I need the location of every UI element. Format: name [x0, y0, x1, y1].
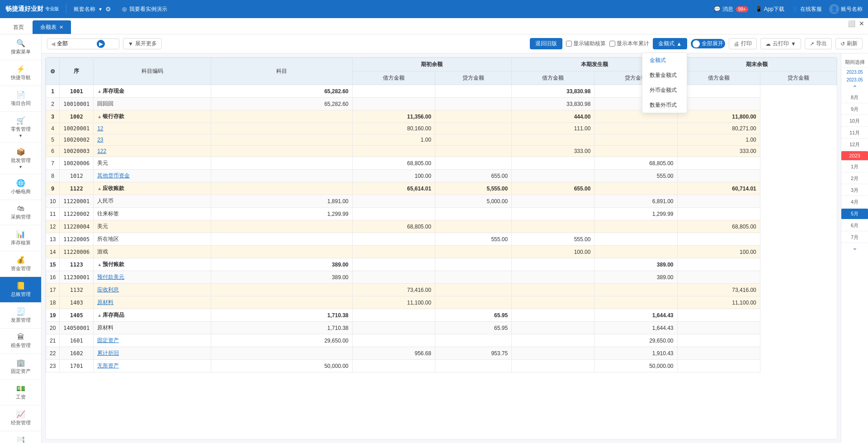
search-input[interactable] [57, 41, 93, 47]
sidebar-item-search[interactable]: 🔍 搜索菜单 [0, 34, 41, 60]
show-annual-label[interactable]: 显示本年累计 [609, 40, 649, 48]
table-row: 1311220005所在地区555.00555.00 [46, 233, 837, 246]
sidebar-item-assets-label: 固定资产 [2, 368, 39, 375]
sidebar-item-purchase[interactable]: 🛍 采购管理 [0, 200, 41, 225]
sidebar-item-wholesale-label: 批发管理 [2, 157, 39, 164]
sidebar-item-invoice[interactable]: 🧾 发票管理 [0, 303, 41, 329]
th-cb-debit: 借方金额 [677, 71, 760, 85]
expand-all-toggle[interactable]: 全部展开 [691, 39, 725, 48]
retail-arrow: ▼ [19, 133, 23, 138]
mode-option-qty-amount[interactable]: 数量金额式 [642, 68, 687, 83]
show-annual-checkbox[interactable] [609, 41, 615, 47]
return-old-btn[interactable]: 退回旧版 [530, 38, 562, 49]
sidebar-item-quicknav[interactable]: ⚡ 快捷导航 [0, 60, 41, 86]
mode-option-foreign-amount[interactable]: 外币金额式 [642, 83, 687, 98]
month-3[interactable]: 3月 [841, 185, 868, 196]
expand-row-icon[interactable]: ▲ [97, 313, 102, 318]
show-auxiliary-label[interactable]: 显示辅助核算 [566, 40, 606, 48]
period-title: 期间选择 [841, 57, 868, 68]
export-label: 导出 [816, 40, 827, 48]
mode-option-amount[interactable]: 金额式 [642, 53, 687, 68]
th-settings[interactable]: ⚙ [46, 58, 60, 85]
tab-close-all-icon[interactable]: ✕ [859, 20, 864, 27]
expand-label: 展开更多 [135, 40, 157, 48]
sidebar-item-ecommerce[interactable]: 🌐 小畅电商 [0, 174, 41, 200]
th-opening-balance: 期初余额 [352, 58, 511, 71]
sidebar-item-inventory[interactable]: 📊 库存核算 [0, 225, 41, 251]
sidebar-item-quicknav-label: 快捷导航 [2, 74, 39, 81]
dropdown-arrow[interactable]: ▼ [98, 7, 103, 12]
sidebar-item-ecommerce-label: 小畅电商 [2, 188, 39, 195]
settings-icon[interactable]: ⚙ [105, 5, 111, 13]
month-11[interactable]: 11月 [841, 128, 868, 138]
company-selector[interactable]: 账套名称 ▼ ⚙ [74, 5, 111, 13]
sidebar-item-contract[interactable]: 📄 项目合同 [0, 86, 41, 112]
month-6[interactable]: 6月 [841, 220, 868, 231]
expand-row-icon[interactable]: ▲ [97, 89, 102, 94]
month-5[interactable]: 5月 [841, 209, 868, 219]
th-cb-credit: 贷方金额 [760, 71, 836, 85]
month-2[interactable]: 2月 [841, 173, 868, 184]
month-1[interactable]: 1月 [841, 162, 868, 172]
expand-row-icon[interactable]: ▲ [97, 186, 102, 191]
month-12[interactable]: 12月 [841, 139, 868, 150]
sidebar-item-retail[interactable]: 🛒 零售管理 ▼ [0, 112, 41, 143]
expand-row-icon[interactable]: ▲ [97, 114, 102, 119]
sidebar-item-invoice-label: 发票管理 [2, 317, 39, 324]
tab-close-icon[interactable]: ✕ [59, 24, 63, 30]
sidebar-item-inventory-label: 库存核算 [2, 239, 39, 246]
period-down-chevron[interactable]: ⌄ [852, 244, 858, 251]
refresh-btn[interactable]: ↺ 刷新 [835, 38, 863, 49]
main-layout: 🔍 搜索菜单 ⚡ 快捷导航 📄 项目合同 🛒 零售管理 ▼ 📦 批发管理 ▼ 🌐… [0, 34, 868, 443]
online-service-btn[interactable]: 👤 在线客服 [792, 5, 822, 13]
sidebar-item-wholesale[interactable]: 📦 批发管理 ▼ [0, 143, 41, 174]
month-9[interactable]: 9月 [841, 104, 868, 115]
sidebar-item-contract-label: 项目合同 [2, 100, 39, 107]
download-icon: 📱 [755, 6, 762, 12]
mode-btn[interactable]: 金额式 ▲ [653, 38, 687, 49]
search-go-btn[interactable]: ▶ [97, 40, 105, 48]
sidebar-item-salary[interactable]: 💵 工资 [0, 380, 41, 405]
message-btn[interactable]: 💬 消息 99+ [714, 5, 748, 13]
sidebar-item-assets[interactable]: 🏢 固定资产 [0, 354, 41, 380]
toolbar-right: 退回旧版 显示辅助核算 显示本年累计 金额式 ▲ 金额式 数量金 [530, 38, 863, 49]
year-2023-marker[interactable]: 2023 [841, 151, 868, 161]
mode-dropdown-menu: 金额式 数量金额式 外币金额式 数量外币式 [642, 52, 687, 113]
export-btn[interactable]: ↗ 导出 [805, 38, 832, 49]
th-code: 科目编码 [94, 58, 211, 85]
expand-row-icon[interactable]: ▲ [97, 262, 102, 267]
print-btn[interactable]: 🖨 打印 [729, 38, 757, 49]
tab-restore-icon[interactable]: ⬜ [848, 20, 855, 27]
table-row: 221602累计折旧956.68953.751,910.43 [46, 347, 837, 360]
table-row: 91122▲应收账款65,614.015,555.00655.0060,714.… [46, 182, 837, 195]
quicknav-icon: ⚡ [2, 65, 39, 73]
month-8[interactable]: 8月 [841, 92, 868, 103]
app-download-btn[interactable]: 📱 App下载 [755, 5, 784, 13]
tab-home[interactable]: 首页 [5, 20, 32, 34]
sidebar-item-tax[interactable]: 🏛 税务管理 [0, 329, 41, 354]
period-up-chevron[interactable]: ⌃ [852, 84, 858, 91]
sidebar-item-search-label: 搜索菜单 [2, 48, 39, 55]
th-ob-debit: 借方金额 [352, 71, 435, 85]
ecommerce-icon: 🌐 [2, 179, 39, 187]
user-avatar[interactable]: 👤 账号名称 [829, 4, 863, 14]
refresh-label: 刷新 [847, 40, 858, 48]
sidebar-item-capital[interactable]: 💰 资金管理 [0, 251, 41, 277]
sidebar-item-business[interactable]: 📈 经营管理 [0, 405, 41, 431]
table-right-container: ⚙ 序 科目编码 科目 期初余额 本期发生额 期末余额 借方金额 贷方金额 借方… [42, 53, 868, 443]
tab-balance[interactable]: 余额表 ✕ [33, 20, 71, 34]
top-bar-left: 畅捷通好业财 专业版 账套名称 ▼ ⚙ ◎ 我要看实例演示 [5, 5, 167, 14]
mode-option-qty-foreign[interactable]: 数量外币式 [642, 98, 687, 113]
month-10[interactable]: 10月 [841, 116, 868, 127]
sidebar-item-ledger[interactable]: 📒 总账管理 [0, 277, 41, 303]
month-4[interactable]: 4月 [841, 197, 868, 208]
show-auxiliary-checkbox[interactable] [566, 41, 572, 47]
show-auxiliary-text: 显示辅助核算 [573, 40, 606, 48]
expand-all-label: 全部展开 [702, 40, 723, 48]
search-box[interactable]: ◀ ▶ [47, 38, 119, 49]
month-7[interactable]: 7月 [841, 232, 868, 243]
cloud-print-btn[interactable]: ☁ 云打印 ▼ [760, 38, 801, 49]
demo-link[interactable]: ◎ 我要看实例演示 [122, 5, 167, 13]
sidebar-item-report[interactable]: 📑 小畅报销 [0, 431, 41, 443]
expand-more-btn[interactable]: ▼ 展开更多 [123, 38, 162, 49]
